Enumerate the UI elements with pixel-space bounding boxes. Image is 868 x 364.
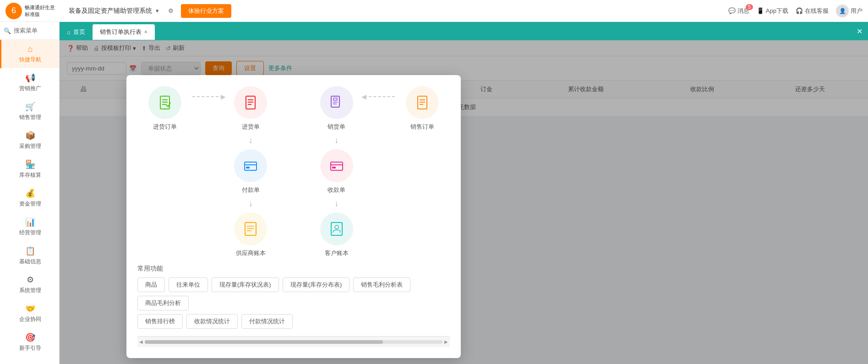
sidebar-item-basic-info[interactable]: 📋 基础信息 xyxy=(0,241,59,270)
sidebar-search[interactable]: 🔍 搜索菜单 xyxy=(0,22,59,40)
sidebar-item-enterprise[interactable]: 🤝 企业协同 xyxy=(0,299,59,328)
common-btns-row2: 销售排行榜 收款情况统计 付款情况统计 xyxy=(137,314,450,329)
system-title: 装备及固定资产辅助管理系统 xyxy=(69,7,152,15)
scroll-bar: ◀ ▶ xyxy=(137,336,450,347)
modal-box: 进货订单 ▶ xyxy=(126,75,461,358)
system-icon: ⚙ xyxy=(27,275,34,285)
flow-node-payment[interactable]: 付款单 xyxy=(223,149,278,194)
modal: 进货订单 ▶ xyxy=(119,68,868,364)
svg-rect-21 xyxy=(332,167,336,168)
purchase-bill-circle xyxy=(234,86,267,119)
settings-icon[interactable]: ⚙ xyxy=(164,5,177,17)
sidebar-item-newbie[interactable]: 🎯 新手引导 xyxy=(0,328,59,357)
common-btn-sales-margin[interactable]: 销售毛利分析表 xyxy=(353,277,410,292)
marketing-icon: 📢 xyxy=(25,73,35,83)
experience-button[interactable]: 体验行业方案 xyxy=(181,4,231,18)
flow-node-sales-order[interactable]: 销售订单 xyxy=(395,86,450,131)
main-area: 🔍 搜索菜单 ⌂ 快捷导航 📢 营销推广 🛒 销售管理 📦 采购管理 🏪 xyxy=(0,22,868,364)
common-btn-receipt-stat[interactable]: 收款情况统计 xyxy=(186,314,238,329)
purchase-order-circle xyxy=(148,86,181,119)
scroll-right-icon[interactable]: ▶ xyxy=(444,339,448,344)
flow-node-purchase-order[interactable]: 进货订单 xyxy=(137,86,192,131)
common-btns-row1: 商品 往来单位 现存量(库存状况表) 现存量(库存分布表) 销售毛利分析表 商品… xyxy=(137,277,450,310)
content-body: ❓ 帮助 🖨 按模板打印 ▾ ⬆ 导出 ↺ 刷新 xyxy=(60,40,868,364)
tab-sales-order[interactable]: 销售订单执行表 × xyxy=(93,24,155,40)
common-btn-product[interactable]: 商品 xyxy=(137,277,165,292)
tab-bar-close-icon[interactable]: ✕ xyxy=(857,27,863,36)
common-section: 常用功能 商品 往来单位 现存量(库存状况表) 现存量(库存分布表) 销售毛利分… xyxy=(137,265,450,329)
flow-node-supplier-account[interactable]: 供应商账本 xyxy=(223,212,278,257)
common-btn-inventory-dist[interactable]: 现存量(库存分布表) xyxy=(283,277,350,292)
chevron-down-icon: ▾ xyxy=(156,7,159,14)
arrow-down-purchase: ↓ xyxy=(249,136,253,145)
arrow-down-sales: ↓ xyxy=(334,136,338,145)
newbie-icon: 🎯 xyxy=(25,332,35,342)
svg-rect-16 xyxy=(245,162,257,170)
download-icon: 📱 xyxy=(757,7,764,14)
receipt-circle xyxy=(320,149,353,182)
sidebar-item-quick-nav[interactable]: ⌂ 快捷导航 xyxy=(0,40,59,68)
sidebar-item-system[interactable]: ⚙ 系统管理 xyxy=(0,270,59,299)
purchase-icon: 📦 xyxy=(25,130,35,141)
svg-rect-18 xyxy=(246,167,250,168)
supplier-account-circle xyxy=(234,212,267,245)
user-action[interactable]: 👤 用户 xyxy=(836,5,863,17)
logo-area: 6 畅康通好生意 标准版 xyxy=(5,3,65,19)
app-download-action[interactable]: 📱 App下载 xyxy=(757,7,788,15)
sales-order-circle xyxy=(406,86,439,119)
search-icon: 🔍 xyxy=(4,27,11,34)
svg-point-27 xyxy=(335,225,338,229)
payment-circle xyxy=(234,149,267,182)
logo-icon: 6 xyxy=(5,3,22,19)
arrow-down-payment: ↓ xyxy=(249,199,253,208)
finance-icon: 💰 xyxy=(25,188,35,198)
scroll-track[interactable] xyxy=(145,340,442,344)
common-btn-inventory-status[interactable]: 现存量(库存状况表) xyxy=(212,277,279,292)
flow-node-sales-bill[interactable]: 销货单 xyxy=(309,86,364,131)
flow-section: 进货订单 ▶ xyxy=(137,86,450,257)
arrow-down-receipt: ↓ xyxy=(334,199,338,208)
flow-node-receipt[interactable]: 收款单 xyxy=(309,149,364,194)
message-icon: 💬 xyxy=(728,7,736,14)
content-area: ⌂ 首页 销售订单执行表 × ✕ ❓ 帮助 🖨 xyxy=(60,22,868,364)
tab-bar: ⌂ 首页 销售订单执行表 × ✕ xyxy=(60,22,868,40)
avatar: 👤 xyxy=(836,5,849,17)
common-btn-product-margin[interactable]: 商品毛利分析 xyxy=(137,296,189,310)
svg-rect-9 xyxy=(333,98,337,100)
customer-account-circle xyxy=(320,212,353,245)
tab-home[interactable]: ⌂ 首页 xyxy=(60,24,93,40)
common-btn-sales-rank[interactable]: 销售排行榜 xyxy=(137,314,183,329)
service-icon: 🎧 xyxy=(796,7,803,14)
sidebar-item-sales[interactable]: 🛒 销售管理 xyxy=(0,97,59,126)
sidebar-item-marketing[interactable]: 📢 营销推广 xyxy=(0,68,59,97)
app-container: 6 畅康通好生意 标准版 装备及固定资产辅助管理系统 ▾ ⚙ 体验行业方案 💬 … xyxy=(0,0,868,364)
scroll-thumb xyxy=(145,340,383,344)
top-bar-right: 💬 消息 5 📱 App下载 🎧 在线客服 👤 用户 xyxy=(728,5,863,17)
flow-node-purchase-bill[interactable]: 进货单 xyxy=(223,86,278,131)
enterprise-icon: 🤝 xyxy=(25,304,35,314)
sidebar-item-finance[interactable]: 💰 资金管理 xyxy=(0,184,59,212)
common-title: 常用功能 xyxy=(137,265,450,273)
inventory-icon: 🏪 xyxy=(25,159,35,169)
basic-info-icon: 📋 xyxy=(25,246,35,256)
common-btn-contact[interactable]: 往来单位 xyxy=(169,277,208,292)
online-service-action[interactable]: 🎧 在线客服 xyxy=(796,7,829,15)
logo-text: 畅康通好生意 标准版 xyxy=(25,4,55,17)
home-tab-icon: ⌂ xyxy=(67,29,71,36)
sales-icon: 🛒 xyxy=(25,102,35,112)
operations-icon: 📊 xyxy=(25,217,35,227)
home-icon: ⌂ xyxy=(28,44,33,54)
sidebar-item-operations[interactable]: 📊 经营管理 xyxy=(0,212,59,241)
common-btn-payment-stat[interactable]: 付款情况统计 xyxy=(241,314,293,329)
svg-rect-22 xyxy=(245,223,256,235)
flow-node-customer-account[interactable]: 客户账本 xyxy=(309,212,364,257)
top-bar: 6 畅康通好生意 标准版 装备及固定资产辅助管理系统 ▾ ⚙ 体验行业方案 💬 … xyxy=(0,0,868,22)
message-action[interactable]: 💬 消息 5 xyxy=(728,7,749,15)
tab-close-icon[interactable]: × xyxy=(144,29,147,35)
system-dropdown[interactable]: ▾ xyxy=(152,5,163,16)
svg-rect-19 xyxy=(331,162,343,170)
sidebar-item-inventory[interactable]: 🏪 库存核算 xyxy=(0,155,59,184)
scroll-left-icon[interactable]: ◀ xyxy=(139,339,143,344)
sales-bill-circle xyxy=(320,86,353,119)
sidebar-item-purchase[interactable]: 📦 采购管理 xyxy=(0,126,59,155)
